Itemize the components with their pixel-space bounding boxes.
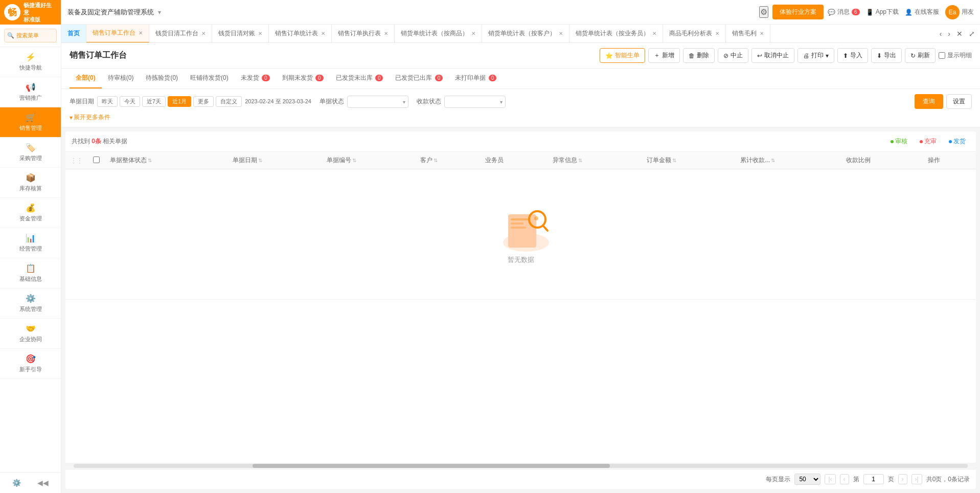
audit-action-button[interactable]: 审核 xyxy=(886,136,911,147)
filter-expand-row: ▾ 展开更多条件 xyxy=(70,113,972,122)
sidebar-item-operations[interactable]: 📊 经营管理 xyxy=(0,228,61,258)
cancel-audit-action-button[interactable]: 充审 xyxy=(916,136,941,147)
tab-close-sales-sum-staff[interactable]: ✕ xyxy=(652,31,656,36)
tab-sales-profit[interactable]: 销售毛利 ✕ xyxy=(726,25,770,43)
sidebar-item-guide[interactable]: 🎯 新手引导 xyxy=(0,349,61,379)
export-button[interactable]: ⬇ 导出 xyxy=(871,48,902,63)
stop-button[interactable]: ⊘ 中止 xyxy=(718,48,748,63)
basic-icon: 📋 xyxy=(26,263,36,273)
user-avatar: Ea xyxy=(945,5,960,19)
tab-sales-sum-product[interactable]: 销货单统计表（按商品） ✕ xyxy=(395,25,482,43)
sub-tab-pending-check[interactable]: 待拣验货(0) xyxy=(140,69,184,88)
page-input[interactable] xyxy=(863,474,884,484)
tab-close-product-margin[interactable]: ✕ xyxy=(715,31,719,36)
tab-close-all-button[interactable]: ✕ xyxy=(954,29,965,39)
sidebar-item-marketing[interactable]: 📢 营销推广 xyxy=(0,77,61,107)
tab-sales-stats[interactable]: 销售订单统计表 ✕ xyxy=(269,25,332,43)
sidebar-item-basic[interactable]: 📋 基础信息 xyxy=(0,258,61,288)
show-detail-checkbox[interactable] xyxy=(939,52,945,59)
next-page-button[interactable]: › xyxy=(898,474,907,484)
sort-status-icon[interactable]: ⇅ xyxy=(148,158,152,163)
tab-close-cash-reconcile[interactable]: ✕ xyxy=(258,31,262,36)
sub-tab-pending[interactable]: 待审核(0) xyxy=(102,69,140,88)
tab-prev-button[interactable]: ‹ xyxy=(938,29,944,39)
add-button[interactable]: ＋ 新增 xyxy=(648,48,680,63)
prev-page-button[interactable]: ‹ xyxy=(840,474,849,484)
enterprise-icon: 🤝 xyxy=(26,324,36,333)
cancel-stop-button[interactable]: ↩ 取消中止 xyxy=(751,48,794,63)
table-actions: 审核 充审 发货 xyxy=(886,136,970,147)
tab-close-sales-order-desk[interactable]: ✕ xyxy=(139,30,143,36)
tab-close-sales-exec[interactable]: ✕ xyxy=(384,31,388,36)
ship-action-button[interactable]: 发货 xyxy=(945,136,970,147)
sidebar-item-system[interactable]: ⚙️ 系统管理 xyxy=(0,288,61,319)
sort-number-icon[interactable]: ⇅ xyxy=(352,158,356,163)
user-menu-button[interactable]: Ea 用友 xyxy=(945,5,974,19)
filter-date-custom[interactable]: 自定义 xyxy=(216,96,242,107)
first-page-button[interactable]: |‹ xyxy=(825,474,835,484)
tab-close-sales-sum-customer[interactable]: ✕ xyxy=(559,31,563,36)
sort-date-icon[interactable]: ⇅ xyxy=(258,158,262,163)
sidebar-item-sales[interactable]: 🛒 销售管理 xyxy=(0,107,61,138)
filter-date-yesterday[interactable]: 昨天 xyxy=(97,96,118,107)
filter-date-today[interactable]: 今天 xyxy=(120,96,140,107)
import-button[interactable]: ⬆ 导入 xyxy=(837,48,868,63)
industry-solution-button[interactable]: 体验行业方案 xyxy=(772,5,824,19)
tab-home[interactable]: 首页 xyxy=(61,25,86,43)
tab-sales-sum-staff[interactable]: 销货单统计表（按业务员） ✕ xyxy=(569,25,663,43)
online-service-button[interactable]: 👤 在线客服 xyxy=(905,8,939,16)
filter-date-more[interactable]: 更多 xyxy=(193,96,214,107)
search-menu-button[interactable]: 🔍 搜索菜单 xyxy=(4,29,57,42)
sidebar-item-quick-nav[interactable]: ⚡ 快捷导航 xyxy=(0,47,61,77)
delete-button[interactable]: 🗑 删除 xyxy=(683,48,715,63)
sub-tab-all[interactable]: 全部(0) xyxy=(70,69,102,88)
filter-date-1month[interactable]: 近1月 xyxy=(168,96,191,107)
tab-fullscreen-button[interactable]: ⤢ xyxy=(967,29,977,39)
empty-text: 暂无数据 xyxy=(508,255,534,264)
sort-customer-icon[interactable]: ⇅ xyxy=(434,158,438,163)
print-button[interactable]: 🖨 打印 ▾ xyxy=(797,48,834,63)
settings-bottom-button[interactable]: ⚙️ xyxy=(10,477,23,489)
select-all-checkbox[interactable] xyxy=(93,156,100,163)
app-download-button[interactable]: 📱 App下载 xyxy=(866,8,899,16)
message-button[interactable]: 💬 消息 6 xyxy=(828,8,860,16)
collapse-sidebar-button[interactable]: ◀◀ xyxy=(35,477,51,489)
query-button[interactable]: 查询 xyxy=(915,94,943,109)
refresh-button[interactable]: ↻ 刷新 xyxy=(905,48,936,63)
filter-payment-select[interactable] xyxy=(444,96,506,108)
sort-amount-icon[interactable]: ⇅ xyxy=(672,158,676,163)
sidebar-item-purchase[interactable]: 🏷️ 采购管理 xyxy=(0,138,61,168)
tab-close-sales-profit[interactable]: ✕ xyxy=(760,31,764,36)
expand-filter-button[interactable]: ▾ 展开更多条件 xyxy=(70,113,110,122)
tab-cash-daily[interactable]: 钱货日清工作台 ✕ xyxy=(149,25,212,43)
tab-close-sales-sum-product[interactable]: ✕ xyxy=(471,31,475,36)
sub-tab-not-shipped[interactable]: 未发货 0 xyxy=(235,69,276,88)
tab-cash-reconcile[interactable]: 钱货日清对账 ✕ xyxy=(212,25,269,43)
horizontal-scrollbar-thumb[interactable] xyxy=(253,464,610,468)
sort-abnormal-icon[interactable]: ⇅ xyxy=(578,158,582,163)
sub-tab-wangpu[interactable]: 旺铺待发货(0) xyxy=(184,69,235,88)
per-page-select[interactable]: 10 20 50 100 xyxy=(794,474,821,485)
tab-close-sales-stats[interactable]: ✕ xyxy=(321,31,325,36)
smart-order-button[interactable]: ⭐ 智能生单 xyxy=(600,48,645,63)
filter-date-7days[interactable]: 近7天 xyxy=(142,96,166,107)
tab-product-margin[interactable]: 商品毛利分析表 ✕ xyxy=(663,25,726,43)
sidebar-item-enterprise[interactable]: 🤝 企业协同 xyxy=(0,319,61,349)
tab-sales-sum-customer[interactable]: 销货单统计表（按客户） ✕ xyxy=(482,25,569,43)
tab-next-button[interactable]: › xyxy=(946,29,952,39)
topbar-settings-button[interactable]: ⚙ xyxy=(759,6,768,18)
sub-tab-not-printed[interactable]: 未打印单据 0 xyxy=(449,69,503,88)
tab-close-cash-daily[interactable]: ✕ xyxy=(201,31,206,36)
tab-sales-exec[interactable]: 销售订单执行表 ✕ xyxy=(332,25,395,43)
sidebar-item-inventory[interactable]: 📦 库存核算 xyxy=(0,168,61,198)
filter-status-select[interactable] xyxy=(347,96,408,108)
sidebar-item-finance[interactable]: 💰 资金管理 xyxy=(0,198,61,228)
sub-tab-overdue-ship[interactable]: 到期未发货 0 xyxy=(276,69,330,88)
tab-sales-order-desk[interactable]: 销售订单工作台 ✕ xyxy=(86,25,149,43)
set-button[interactable]: 设置 xyxy=(946,94,972,109)
sub-tab-shipped-not-out[interactable]: 已发货未出库 0 xyxy=(330,69,390,88)
sub-tab-shipped-out[interactable]: 已发货已出库 0 xyxy=(389,69,449,88)
last-page-button[interactable]: ›| xyxy=(911,474,922,484)
sort-collected-icon[interactable]: ⇅ xyxy=(771,158,775,163)
shipped-not-out-badge: 0 xyxy=(375,75,383,81)
